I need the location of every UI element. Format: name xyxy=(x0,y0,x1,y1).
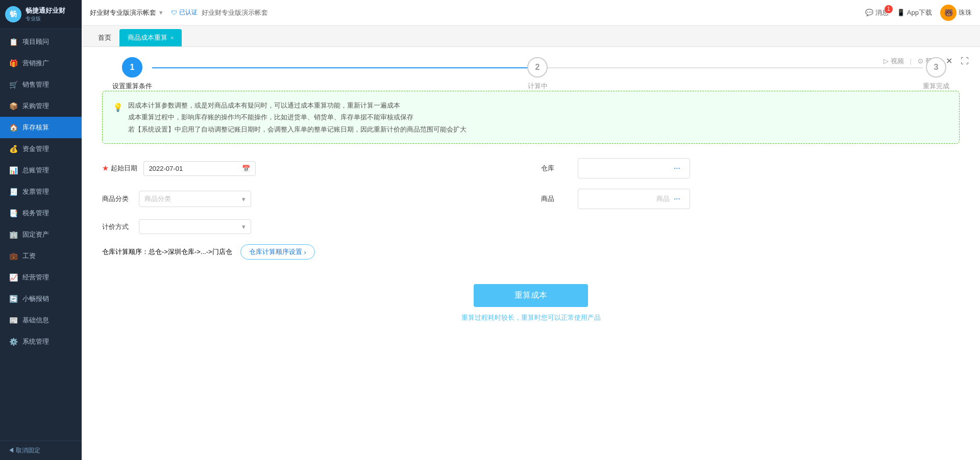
user-name: 珠珠 xyxy=(959,8,972,17)
info-line-3: 若【系统设置】中启用了自动调整记账日期时，会调整入库单的整单记账日期，因此重新计… xyxy=(128,123,467,135)
product-input[interactable]: 商品 ··· xyxy=(578,189,690,209)
sidebar-item-purchase[interactable]: 📦 采购管理 xyxy=(0,95,82,117)
maximize-button[interactable]: ⛶ xyxy=(960,56,970,67)
step-line-2 xyxy=(548,67,923,68)
step-3: 3 重算完成 xyxy=(923,57,949,91)
sidebar-item-label: 税务管理 xyxy=(22,209,49,218)
sidebar-item-label: 基础信息 xyxy=(22,316,49,325)
step-3-circle: 3 xyxy=(926,57,946,78)
message-badge: 1 xyxy=(885,5,893,13)
tab-home[interactable]: 首页 xyxy=(90,29,119,46)
step-line-1 xyxy=(152,67,527,68)
sidebar-item-finance[interactable]: 💰 资金管理 xyxy=(0,138,82,160)
topbar-left: 好业财专业版演示帐套 ▾ 🛡 已认证 好业财专业版演示帐套 xyxy=(90,8,865,17)
separator: | xyxy=(910,57,912,65)
verified-text: 已认证 xyxy=(179,8,198,17)
category-arrow-icon: ▾ xyxy=(242,195,246,203)
warehouse-label: 仓库 xyxy=(541,164,572,173)
step-1-number: 1 xyxy=(130,63,135,72)
sidebar-item-project[interactable]: 📋 项目顾问 xyxy=(0,31,82,53)
sidebar-menu: 📋 项目顾问 🎁 营销推广 🛒 销售管理 📦 采购管理 🏠 库存核算 💰 资金管… xyxy=(0,29,82,441)
inventory-icon: 🏠 xyxy=(8,122,18,133)
sidebar-item-accounting[interactable]: 📊 总账管理 xyxy=(0,160,82,181)
step-1: 1 设置重算条件 xyxy=(112,57,152,91)
account-selector[interactable]: 好业财专业版演示帐套 ▾ xyxy=(90,8,163,17)
sidebar-item-expense[interactable]: 🔄 小畅报销 xyxy=(0,288,82,310)
tab-active[interactable]: 商品成本重算 × xyxy=(119,29,182,46)
product-field: 商品 商品 ··· xyxy=(541,189,960,209)
sidebar: 畅 畅捷通好业财 专业版 📋 项目顾问 🎁 营销推广 🛒 销售管理 📦 采购管理… xyxy=(0,0,82,460)
message-button[interactable]: 💬 消息 1 xyxy=(865,8,889,17)
sidebar-collapse-button[interactable]: ◀ 取消固定 xyxy=(0,441,82,460)
active-tab-label: 商品成本重算 xyxy=(128,33,167,42)
app-download-button[interactable]: 📱 App下载 xyxy=(897,8,932,17)
info-box-text: 因成本计算参数调整，或是对商品成本有疑问时，可以通过成本重算功能，重新计算一遍成… xyxy=(128,99,467,135)
sidebar-item-sales[interactable]: 🛒 销售管理 xyxy=(0,74,82,95)
pricing-select[interactable]: ▾ xyxy=(139,219,251,234)
step-3-label: 重算完成 xyxy=(923,82,949,91)
step-2: 2 计算中 xyxy=(527,57,548,91)
step-2-circle: 2 xyxy=(527,57,548,78)
user-avatar-emoji: 🐻 xyxy=(944,9,953,17)
product-placeholder: 商品 xyxy=(656,194,670,203)
sidebar-item-operation[interactable]: 📈 经营管理 xyxy=(0,267,82,288)
app-download-icon: 📱 xyxy=(897,9,905,16)
expense-icon: 🔄 xyxy=(8,294,18,304)
video-link[interactable]: ▷ 视频 xyxy=(884,57,904,66)
recalc-button[interactable]: 重算成本 xyxy=(474,284,588,307)
sidebar-item-label: 库存核算 xyxy=(22,123,49,132)
info-line-1: 因成本计算参数调整，或是对商品成本有疑问时，可以通过成本重算功能，重新计算一遍成… xyxy=(128,99,467,111)
warehouse-order-btn-label: 仓库计算顺序设置 xyxy=(249,247,302,257)
app-main-title: 畅捷通好业财 xyxy=(26,7,65,15)
sidebar-item-label: 采购管理 xyxy=(22,101,49,111)
account-dropdown-arrow: ▾ xyxy=(159,9,163,16)
steps-container: 1 设置重算条件 2 计算中 3 重算完成 xyxy=(82,47,980,91)
sidebar-item-basic[interactable]: 📰 基础信息 xyxy=(0,310,82,331)
recalc-section: 重算成本 重算过程耗时较长，重算时您可以正常使用产品 xyxy=(82,274,980,333)
topbar: 好业财专业版演示帐套 ▾ 🛡 已认证 好业财专业版演示帐套 💬 消息 1 📱 A… xyxy=(82,0,980,25)
warehouse-input[interactable]: ··· xyxy=(578,158,690,178)
account-name-display: 好业财专业版演示帐套 xyxy=(202,8,268,17)
category-placeholder: 商品分类 xyxy=(144,194,171,203)
sidebar-item-label: 经营管理 xyxy=(22,273,49,282)
form-row-1: ★ 起始日期 2022-07-01 📅 仓库 ··· xyxy=(102,158,960,178)
start-date-input[interactable]: 2022-07-01 📅 xyxy=(143,161,256,176)
sidebar-item-label: 营销推广 xyxy=(22,59,49,68)
form-row-3: 计价方式 ▾ xyxy=(102,219,960,234)
app-sub-title: 专业版 xyxy=(26,15,65,22)
user-avatar-button[interactable]: 🐻 珠珠 xyxy=(940,5,972,21)
form-row-2: 商品分类 商品分类 ▾ 商品 商品 ··· xyxy=(102,189,960,209)
category-select[interactable]: 商品分类 ▾ xyxy=(139,191,251,207)
recalc-button-label: 重算成本 xyxy=(514,291,547,299)
sidebar-collapse-label: ◀ 取消固定 xyxy=(8,446,40,455)
warehouse-field: 仓库 ··· xyxy=(541,158,960,178)
recalc-note: 重算过程耗时较长，重算时您可以正常使用产品 xyxy=(461,313,601,322)
tab-home-label: 首页 xyxy=(98,34,111,41)
start-date-field: ★ 起始日期 2022-07-01 📅 xyxy=(102,161,521,176)
accounting-icon: 📊 xyxy=(8,165,18,175)
sidebar-item-system[interactable]: ⚙️ 系统管理 xyxy=(0,331,82,352)
product-label: 商品 xyxy=(541,194,572,203)
sidebar-item-inventory[interactable]: 🏠 库存核算 xyxy=(0,117,82,138)
required-star: ★ xyxy=(102,164,111,172)
sidebar-item-label: 工资 xyxy=(22,251,36,261)
sidebar-item-tax[interactable]: 📑 税务管理 xyxy=(0,202,82,224)
tab-close-button[interactable]: × xyxy=(170,35,174,41)
product-dots-button[interactable]: ··· xyxy=(670,192,684,206)
sidebar-item-invoice[interactable]: 🧾 发票管理 xyxy=(0,181,82,202)
info-line-2: 成本重算过程中，影响库存账的操作均不能操作，比如进货单、销货单、库存单据不能审核… xyxy=(128,111,467,123)
purchase-icon: 📦 xyxy=(8,101,18,111)
sidebar-item-salary[interactable]: 💼 工资 xyxy=(0,245,82,267)
marketing-icon: 🎁 xyxy=(8,58,18,68)
sidebar-item-marketing[interactable]: 🎁 营销推广 xyxy=(0,53,82,74)
account-selector-text: 好业财专业版演示帐套 xyxy=(90,8,156,17)
video-label: 视频 xyxy=(891,57,904,66)
form-section: ★ 起始日期 2022-07-01 📅 仓库 ··· xyxy=(82,158,980,260)
warehouse-dots-button[interactable]: ··· xyxy=(670,162,684,175)
message-icon: 💬 xyxy=(865,9,873,16)
info-icon: 💡 xyxy=(113,100,123,135)
pricing-arrow-icon: ▾ xyxy=(242,223,246,231)
sidebar-item-asset[interactable]: 🏢 固定资产 xyxy=(0,224,82,245)
warehouse-order-button[interactable]: 仓库计算顺序设置 › xyxy=(240,244,315,260)
warehouse-chevron-icon: › xyxy=(304,248,306,256)
